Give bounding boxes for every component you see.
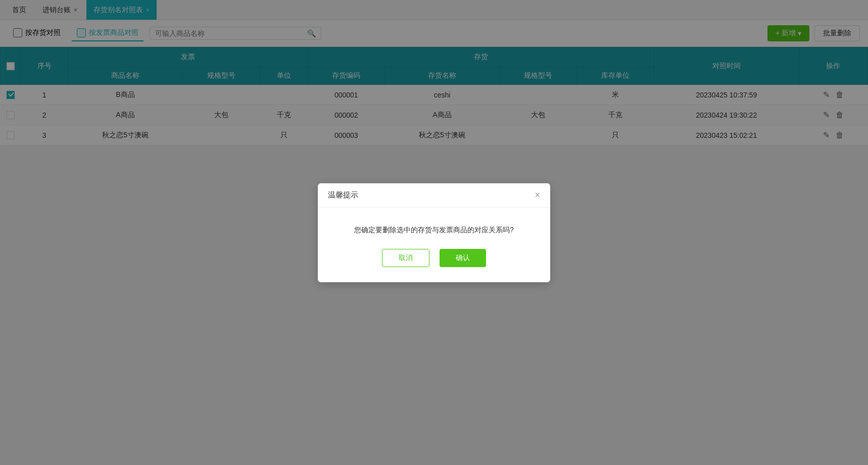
dialog-overlay: 温馨提示 × 您确定要删除选中的存货与发票商品的对应关系吗? 取消 确认 (0, 0, 868, 145)
